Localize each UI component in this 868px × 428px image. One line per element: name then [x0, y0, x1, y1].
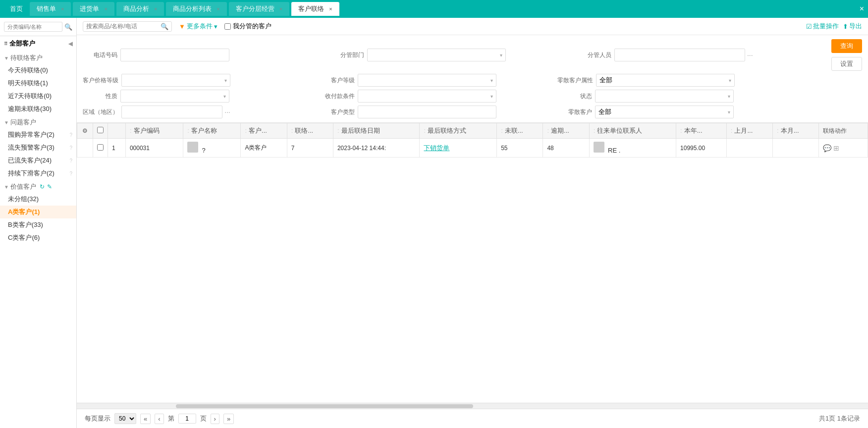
- filter-status-select[interactable]: ▾: [595, 90, 734, 103]
- main-search-icon[interactable]: 🔍: [161, 23, 168, 30]
- nav-tab-customer-contact-close[interactable]: ×: [329, 6, 332, 12]
- all-customers-section[interactable]: ⠿ 全部客户 ◀: [0, 36, 76, 51]
- filter-row-1: 电话号码 分管部门 ▾ 分管人员 ···: [83, 39, 862, 71]
- search-box: 🔍: [83, 21, 172, 32]
- action-msg-icon[interactable]: 💬: [823, 144, 831, 152]
- filter-payment-select[interactable]: ▾: [358, 90, 496, 103]
- sidebar-item-class-c[interactable]: C类客户(6): [0, 231, 76, 244]
- select-all-checkbox[interactable]: [97, 127, 104, 133]
- value-refresh-icon[interactable]: ↻: [40, 183, 45, 190]
- th-last-date[interactable]: :最后联络日期: [333, 123, 420, 139]
- th-year-sales[interactable]: :本年...: [676, 123, 727, 139]
- filter-scatter-select[interactable]: 全部 ▾: [595, 106, 734, 118]
- my-customers-checkbox[interactable]: [224, 23, 231, 30]
- filter-customer-level-select[interactable]: ▾: [358, 74, 496, 87]
- filter-dept: 分管部门 ▾: [329, 49, 576, 61]
- next-page-btn[interactable]: ›: [211, 414, 219, 424]
- export-btn[interactable]: ⬆ 导出: [843, 22, 862, 31]
- filter-scatter-value: 全部: [598, 107, 611, 116]
- scroll-thumb[interactable]: [176, 404, 473, 408]
- value-edit-icon[interactable]: ✎: [47, 183, 52, 190]
- sidebar-item-hoarding[interactable]: 囤购异常客户(2) ?: [0, 128, 76, 141]
- horizontal-scrollbar[interactable]: [77, 403, 868, 409]
- last-page-btn[interactable]: »: [223, 414, 234, 424]
- sidebar-search-icon[interactable]: 🔍: [64, 23, 72, 31]
- th-level[interactable]: :客户...: [241, 123, 287, 139]
- last-method-link[interactable]: 下销货单: [424, 144, 449, 152]
- group-problem-customer[interactable]: ▼ 问题客户: [0, 115, 76, 128]
- nav-tab-customer-tier[interactable]: 客户分层经营 ×: [229, 2, 289, 16]
- th-contact[interactable]: :联络...: [287, 123, 333, 139]
- sidebar-collapse-btn[interactable]: ◀: [68, 41, 72, 47]
- nav-tab-analysis[interactable]: 商品分析 ×: [116, 2, 164, 16]
- th-not-contact[interactable]: :未联...: [497, 123, 543, 139]
- th-last-method[interactable]: :最后联络方式: [420, 123, 497, 139]
- sidebar-item-class-a[interactable]: A类客户(1): [0, 206, 76, 218]
- settings-btn[interactable]: 设置: [831, 57, 862, 71]
- nav-tab-customer-contact[interactable]: 客户联络 ×: [291, 2, 339, 16]
- close-all-btn[interactable]: ×: [860, 4, 864, 13]
- sidebar-item-7days[interactable]: 近7天待联络(0): [0, 90, 76, 103]
- group-value-customer[interactable]: ▼ 价值客户 ↻ ✎: [0, 180, 76, 193]
- filter-person-dots-icon[interactable]: ···: [747, 51, 753, 59]
- filter-scatter-attr-select[interactable]: 全部 ▾: [596, 74, 735, 87]
- filter-person-input[interactable]: [614, 49, 745, 61]
- filter-customer-type-input[interactable]: [358, 106, 496, 118]
- th-last-month[interactable]: :上月...: [726, 123, 772, 139]
- action-grid-icon[interactable]: ⊞: [833, 144, 839, 152]
- th-code[interactable]: :客户编码: [125, 123, 183, 139]
- th-unit-contact[interactable]: :往来单位联系人: [589, 123, 676, 139]
- sidebar-search-input[interactable]: [4, 22, 62, 32]
- my-customers-checkbox-label[interactable]: 我分管的客户: [224, 22, 271, 31]
- th-gear[interactable]: ⚙: [77, 123, 93, 139]
- nav-tab-analysis-close[interactable]: ×: [154, 6, 157, 12]
- nav-tab-purchase-close[interactable]: ×: [104, 6, 107, 12]
- td-code: 000031: [125, 139, 183, 158]
- th-this-month[interactable]: :本月...: [773, 123, 819, 139]
- sidebar-item-class-b-label: B类客户(33): [8, 220, 43, 229]
- td-contact: 7: [287, 139, 333, 158]
- filter-region-input[interactable]: [121, 106, 222, 118]
- main-search-input[interactable]: [86, 23, 161, 30]
- query-btn[interactable]: 查询: [831, 39, 862, 53]
- customer-level-chevron-icon: ▾: [490, 78, 493, 83]
- th-check[interactable]: [93, 123, 108, 139]
- sidebar-item-churn-warn[interactable]: 流失预警客户(3) ?: [0, 141, 76, 154]
- filter-region-dots-icon[interactable]: ···: [224, 108, 230, 116]
- sidebar-item-overdue[interactable]: 逾期未联络(30): [0, 103, 76, 115]
- page-number-input[interactable]: [178, 414, 196, 424]
- td-check[interactable]: [93, 139, 108, 158]
- page-size-select[interactable]: 50: [114, 413, 136, 424]
- nav-tab-sales[interactable]: 销售单 ×: [30, 2, 71, 16]
- nav-tab-analysis-list[interactable]: 商品分析列表 ×: [166, 2, 226, 16]
- sidebar-item-churned[interactable]: 已流失客户(24) ?: [0, 154, 76, 167]
- sidebar-item-class-b[interactable]: B类客户(33): [0, 218, 76, 231]
- first-page-btn[interactable]: «: [140, 414, 151, 424]
- th-overdue[interactable]: :逾期...: [543, 123, 589, 139]
- filter-dept-select[interactable]: ▾: [367, 49, 506, 61]
- more-filter-btn[interactable]: ▼ 更多条件 ▾: [176, 21, 220, 32]
- sidebar-item-unclassified[interactable]: 未分组(32): [0, 193, 76, 206]
- nav-tab-analysis-list-close[interactable]: ×: [217, 6, 219, 12]
- th-name[interactable]: :客户名称: [183, 123, 241, 139]
- filter-price-level-select[interactable]: ▾: [121, 74, 230, 87]
- batch-op-label: 批量操作: [813, 22, 839, 31]
- sidebar-item-today[interactable]: 今天待联络(0): [0, 64, 76, 77]
- filter-icon: ▼: [179, 23, 185, 30]
- all-customers-label: 全部客户: [9, 39, 35, 48]
- main-layout: 🔍 ⠿ 全部客户 ◀ ▼ 待联络客户 今天待联络(0) 明天待联络(1) 近7天…: [0, 18, 868, 428]
- nav-tab-purchase[interactable]: 进货单 ×: [73, 2, 114, 16]
- filter-nature-select[interactable]: ▾: [120, 90, 229, 103]
- group-pending-contact[interactable]: ▼ 待联络客户: [0, 51, 76, 64]
- nav-home[interactable]: 首页: [4, 0, 29, 18]
- filter-phone-input[interactable]: [120, 49, 229, 61]
- sidebar-item-declining[interactable]: 持续下滑客户(2) ?: [0, 167, 76, 180]
- batch-op-btn[interactable]: ☑ 批量操作: [806, 22, 839, 31]
- row-checkbox[interactable]: [97, 144, 104, 151]
- nav-tab-sales-close[interactable]: ×: [61, 6, 64, 12]
- nav-tab-customer-tier-close[interactable]: ×: [279, 6, 282, 12]
- prev-page-btn[interactable]: ‹: [155, 414, 163, 424]
- td-last-method[interactable]: 下销货单: [420, 139, 497, 158]
- td-gear: [77, 139, 93, 158]
- sidebar-item-tomorrow[interactable]: 明天待联络(1): [0, 77, 76, 90]
